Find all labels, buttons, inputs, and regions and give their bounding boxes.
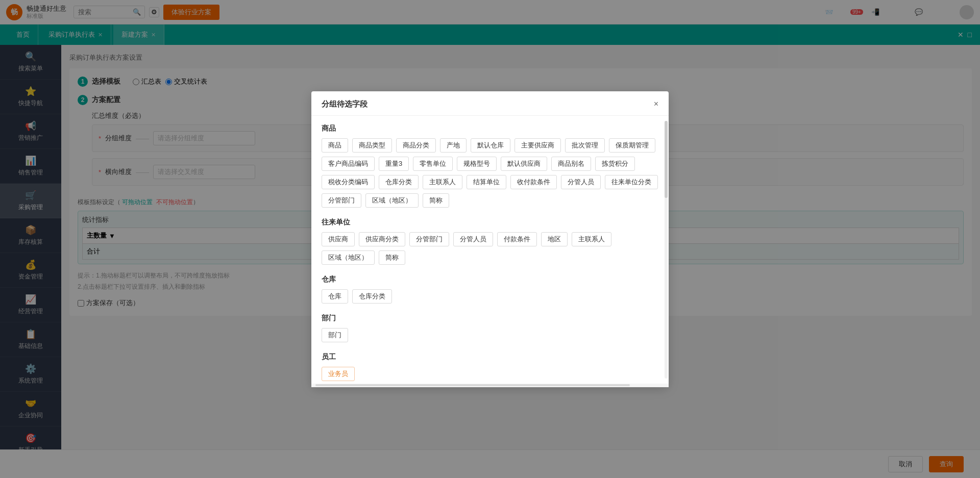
field-tag[interactable]: 客户商品编码	[322, 157, 375, 171]
field-tag[interactable]: 商品	[322, 138, 348, 153]
goods-fields: 商品 商品类型 商品分类 产地 默认仓库 主要供应商 批次管理 保质期管理 客户…	[322, 138, 658, 208]
field-tag[interactable]: 收付款条件	[510, 175, 557, 189]
warehouse-fields: 仓库 仓库分类	[322, 289, 658, 304]
field-tag[interactable]: 付款条件	[497, 232, 537, 246]
field-tag[interactable]: 保质期管理	[609, 138, 655, 153]
field-tag[interactable]: 默认供应商	[501, 157, 547, 171]
field-tag[interactable]: 仓库分类	[379, 175, 419, 189]
modal-scrollbar-h	[311, 384, 669, 387]
field-tag[interactable]: 商品类型	[352, 138, 392, 153]
modal-header: 分组待选字段 ×	[311, 91, 669, 116]
field-tag[interactable]: 区域（地区）	[322, 250, 375, 265]
field-tag[interactable]: 部门	[322, 328, 348, 342]
field-tag[interactable]: 分管部门	[409, 232, 449, 246]
field-tag[interactable]: 仓库分类	[352, 289, 392, 304]
field-tag[interactable]: 结算单位	[467, 175, 506, 189]
field-tag[interactable]: 批次管理	[565, 138, 605, 153]
field-tag[interactable]: 简称	[379, 250, 405, 265]
field-tag[interactable]: 往来单位分类	[605, 175, 658, 189]
field-tag[interactable]: 商品别名	[551, 157, 591, 171]
department-fields: 部门	[322, 328, 658, 342]
field-tag[interactable]: 仓库	[322, 289, 348, 304]
scrollbar-thumb	[665, 121, 668, 198]
field-tag[interactable]: 重量3	[379, 157, 409, 171]
goods-group-title: 商品	[322, 124, 658, 133]
field-tag[interactable]: 地区	[541, 232, 568, 246]
field-tag[interactable]: 商品分类	[396, 138, 436, 153]
field-group-employee: 员工 业务员	[322, 353, 658, 381]
warehouse-group-title: 仓库	[322, 275, 658, 284]
field-tag[interactable]: 主联系人	[572, 232, 611, 246]
field-tag[interactable]: 主联系人	[423, 175, 462, 189]
modal-title: 分组待选字段	[322, 99, 368, 109]
modal-body[interactable]: 商品 商品 商品类型 商品分类 产地 默认仓库 主要供应商 批次管理 保质期管理…	[311, 116, 669, 384]
modal-dialog: 分组待选字段 × 商品 商品 商品类型 商品分类 产地 默认仓库 主要供应商 批…	[311, 91, 669, 387]
field-group-partner: 往来单位 供应商 供应商分类 分管部门 分管人员 付款条件 地区 主联系人 区域…	[322, 218, 658, 265]
modal-overlay: 分组待选字段 × 商品 商品 商品类型 商品分类 产地 默认仓库 主要供应商 批…	[0, 0, 980, 478]
field-tag[interactable]: 分管部门	[322, 193, 361, 208]
field-tag[interactable]: 主要供应商	[514, 138, 561, 153]
field-tag[interactable]: 分管人员	[561, 175, 601, 189]
modal-scrollbar-v[interactable]	[665, 121, 668, 379]
field-group-department: 部门 部门	[322, 314, 658, 342]
field-tag[interactable]: 默认仓库	[471, 138, 510, 153]
field-tag[interactable]: 供应商	[322, 232, 355, 246]
field-tag[interactable]: 规格型号	[457, 157, 497, 171]
field-group-warehouse: 仓库 仓库 仓库分类	[322, 275, 658, 304]
department-group-title: 部门	[322, 314, 658, 323]
employee-group-title: 员工	[322, 353, 658, 362]
modal-close-btn[interactable]: ×	[654, 99, 658, 109]
field-tag[interactable]: 产地	[440, 138, 467, 153]
field-tag[interactable]: 简称	[423, 193, 449, 208]
field-group-goods: 商品 商品 商品类型 商品分类 产地 默认仓库 主要供应商 批次管理 保质期管理…	[322, 124, 658, 208]
employee-fields: 业务员	[322, 367, 658, 381]
field-tag[interactable]: 区域（地区）	[365, 193, 419, 208]
field-tag[interactable]: 零售单位	[413, 157, 453, 171]
partner-group-title: 往来单位	[322, 218, 658, 227]
partner-fields: 供应商 供应商分类 分管部门 分管人员 付款条件 地区 主联系人 区域（地区） …	[322, 232, 658, 265]
scrollbar-h-thumb	[315, 384, 630, 386]
field-tag[interactable]: 税收分类编码	[322, 175, 375, 189]
field-tag[interactable]: 业务员	[322, 367, 355, 381]
field-tag[interactable]: 拣货积分	[595, 157, 635, 171]
field-tag[interactable]: 分管人员	[453, 232, 493, 246]
field-tag[interactable]: 供应商分类	[359, 232, 405, 246]
